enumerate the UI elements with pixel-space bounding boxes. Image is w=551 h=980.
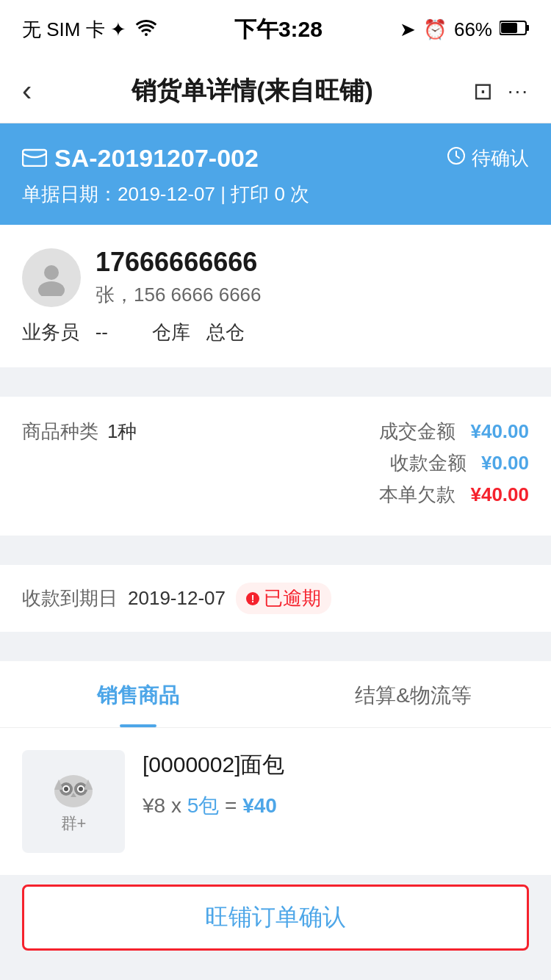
equals-text: = (219, 794, 242, 817)
amount-row-2: 本单欠款 ¥40.00 (379, 482, 529, 508)
confirm-order-button[interactable]: 旺铺订单确认 (22, 884, 529, 951)
warehouse-label: 仓库 (152, 321, 190, 343)
clock-icon (447, 146, 466, 170)
amount-label-2: 本单欠款 (379, 482, 455, 508)
overdue-text: 已逾期 (264, 586, 321, 611)
status-right: ➤ ⏰ 66% (400, 18, 529, 41)
nav-right[interactable]: ⊡ ··· (473, 77, 529, 105)
product-name: [0000002]面包 (143, 750, 529, 780)
tab-bar: 销售商品 结算&物流等 (0, 661, 551, 728)
salesman-item: 业务员 -- (22, 320, 108, 345)
product-price: ¥8 x 5包 = ¥40 (143, 792, 529, 820)
tab-sales-products[interactable]: 销售商品 (0, 661, 276, 727)
amount-value-1: ¥0.00 (481, 452, 529, 475)
status-left: 无 SIM 卡 ✦ (22, 17, 157, 43)
amounts-section: 成交金额 ¥40.00 收款金额 ¥0.00 本单欠款 ¥40.00 (379, 419, 529, 514)
wifi-icon (135, 18, 157, 41)
battery-icon (500, 18, 529, 41)
nav-bar: ‹ 销货单详情(来自旺铺) ⊡ ··· (0, 59, 551, 123)
quantity-text: 5包 (187, 794, 220, 817)
product-details: [0000002]面包 ¥8 x 5包 = ¥40 (143, 750, 529, 820)
amount-row-1: 收款金额 ¥0.00 (379, 450, 529, 476)
overdue-icon: ! (246, 592, 259, 605)
separator-2 (0, 550, 551, 565)
overdue-badge: ! 已逾期 (236, 583, 331, 614)
customer-avatar (22, 248, 81, 307)
price-text: ¥8 x (143, 794, 187, 817)
due-label: 收款到期日 (22, 586, 118, 611)
order-header-card: SA-20191207-002 待确认 单据日期：2019-12-07 | 打印… (0, 123, 551, 225)
svg-point-5 (44, 265, 59, 280)
order-date: 单据日期：2019-12-07 | 打印 0 次 (22, 181, 529, 207)
product-image: 群+ (22, 750, 125, 853)
location-icon: ➤ (400, 18, 416, 41)
salesman-value: -- (96, 321, 108, 343)
warehouse-value: 总仓 (206, 321, 245, 343)
svg-point-13 (79, 787, 83, 791)
amount-label-0: 成交金额 (379, 419, 455, 444)
salesman-label: 业务员 (22, 321, 79, 343)
status-time: 下午3:28 (234, 15, 323, 45)
share-button[interactable]: ⊡ (473, 77, 493, 105)
more-button[interactable]: ··· (508, 79, 529, 103)
sim-text: 无 SIM 卡 ✦ (22, 17, 126, 43)
svg-rect-2 (501, 23, 517, 33)
amount-row-0: 成交金额 ¥40.00 (379, 419, 529, 444)
due-date-section: 收款到期日 2019-12-07 ! 已逾期 (0, 565, 551, 632)
confirm-button-area: 旺铺订单确认 (22, 884, 529, 951)
separator-3 (0, 646, 551, 661)
svg-point-12 (64, 787, 68, 791)
product-item: 群+ [0000002]面包 ¥8 x 5包 = ¥40 (0, 728, 551, 875)
customer-phone: 17666666666 (96, 247, 262, 278)
tab-settlement[interactable]: 结算&物流等 (276, 661, 551, 727)
order-status: 待确认 (447, 145, 529, 171)
battery-text: 66% (454, 18, 492, 41)
product-logo-text: 群+ (61, 813, 87, 835)
order-icon (22, 144, 47, 173)
svg-rect-1 (526, 25, 529, 31)
customer-name: 张，156 6666 6666 (96, 282, 262, 308)
amount-label-1: 收款金额 (390, 450, 467, 476)
product-type-label: 商品种类 (22, 419, 98, 444)
customer-section: 17666666666 张，156 6666 6666 业务员 -- 仓库 总仓 (0, 225, 551, 367)
svg-point-6 (38, 281, 65, 296)
due-date-value: 2019-12-07 (128, 587, 226, 610)
nav-left[interactable]: ‹ (22, 74, 32, 107)
separator-1 (0, 382, 551, 397)
back-button[interactable]: ‹ (22, 74, 32, 107)
alarm-icon: ⏰ (423, 18, 447, 41)
status-bar: 无 SIM 卡 ✦ 下午3:28 ➤ ⏰ 66% (0, 0, 551, 59)
warehouse-item: 仓库 总仓 (152, 320, 245, 345)
total-price: ¥40 (242, 794, 277, 817)
amount-value-0: ¥40.00 (470, 420, 529, 443)
product-type-value: 1种 (107, 419, 137, 444)
order-id: SA-20191207-002 (22, 144, 259, 173)
page-title: 销货单详情(来自旺铺) (132, 74, 373, 108)
amount-value-2: ¥40.00 (470, 483, 529, 506)
order-info-section: 商品种类 1种 成交金额 ¥40.00 收款金额 ¥0.00 本单欠款 ¥40.… (0, 397, 551, 536)
